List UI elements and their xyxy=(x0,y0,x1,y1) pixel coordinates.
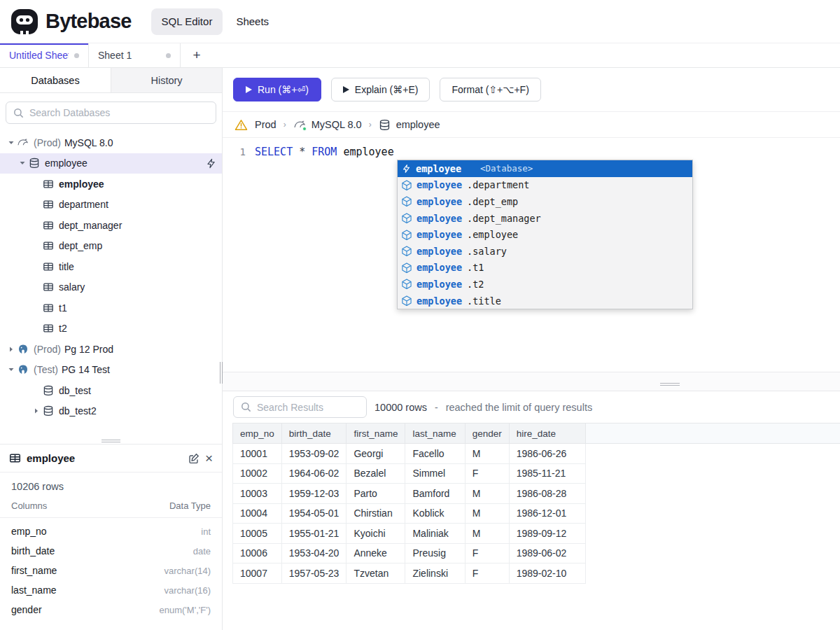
suggest-table-name: .department xyxy=(467,179,529,190)
sheet-tab-1[interactable]: Sheet 1 xyxy=(89,43,181,67)
results-column-header[interactable]: birth_date xyxy=(281,424,346,444)
suggest-db-name: employee xyxy=(416,213,462,224)
environment-prefix: (Prod) xyxy=(34,344,61,355)
results-search-box[interactable] xyxy=(233,396,367,418)
tree-item-employee[interactable]: employee xyxy=(0,174,222,195)
chevron-down-icon[interactable] xyxy=(16,160,28,167)
suggest-item-selected[interactable]: employee<Database> xyxy=(398,160,692,177)
breadcrumb-instance[interactable]: MySQL 8.0 xyxy=(293,119,362,130)
suggest-item-salary[interactable]: employee.salary xyxy=(398,243,692,260)
nav-sql-editor[interactable]: SQL Editor xyxy=(151,8,223,35)
suggest-item-department[interactable]: employee.department xyxy=(398,177,692,194)
tree-item-employee[interactable]: employee xyxy=(0,153,222,174)
tree-item-dept-emp[interactable]: dept_emp xyxy=(0,236,222,257)
database-search-input[interactable] xyxy=(29,107,209,118)
chevron-down-icon[interactable] xyxy=(5,139,17,146)
results-column-header[interactable]: last_name xyxy=(405,424,465,444)
schema-column-row: first_namevarchar(14) xyxy=(0,561,222,580)
tree-item-t2[interactable]: t2 xyxy=(0,318,222,340)
results-column-header[interactable]: hire_date xyxy=(509,424,586,444)
breadcrumb-database-label: employee xyxy=(396,119,440,130)
database-search-wrap xyxy=(0,93,222,132)
table-icon xyxy=(42,178,54,190)
tree-item-db-test2[interactable]: db_test2 xyxy=(0,401,222,422)
results-column-header[interactable]: gender xyxy=(465,424,509,444)
table-cell: Koblick xyxy=(405,503,465,524)
schema-column-list: emp_nointbirth_datedatefirst_namevarchar… xyxy=(0,518,222,620)
table-cell: Facello xyxy=(405,444,465,464)
content-area: Databases History (Prod)MySQL 8.0employe… xyxy=(0,68,840,630)
database-icon xyxy=(42,405,54,417)
tree-item-t1[interactable]: t1 xyxy=(0,298,222,318)
table-cell: 10001 xyxy=(233,444,282,464)
sidebar: Databases History (Prod)MySQL 8.0employe… xyxy=(0,68,223,630)
database-tree: (Prod)MySQL 8.0employeeemployeedepartmen… xyxy=(0,132,222,444)
suggest-item-t1[interactable]: employee.t1 xyxy=(398,260,692,276)
chevron-right-icon[interactable] xyxy=(5,346,17,353)
tree-item-department[interactable]: department xyxy=(0,195,222,216)
chevron-right-icon[interactable] xyxy=(30,407,42,414)
database-search-box[interactable] xyxy=(6,102,216,124)
tree-item-label: t1 xyxy=(59,302,67,314)
breadcrumb-environment[interactable]: Prod xyxy=(255,119,276,130)
tab-databases[interactable]: Databases xyxy=(0,68,111,92)
format-button[interactable]: Format (⇧+⌥+F) xyxy=(440,78,540,102)
suggest-item-title[interactable]: employee.title xyxy=(398,293,692,309)
warning-icon xyxy=(234,119,248,131)
code-line: 1 SELECT * FROM employee xyxy=(223,138,840,160)
explain-button[interactable]: Explain (⌘+E) xyxy=(331,78,430,102)
table-row: 100061953-04-20AnnekePreusigF1989-06-02 xyxy=(233,543,840,564)
schema-panel-header: employee × xyxy=(0,444,222,472)
mysql-icon xyxy=(17,136,29,148)
quick-action-lightning[interactable] xyxy=(206,158,216,169)
nav-sheets[interactable]: Sheets xyxy=(225,8,279,35)
edit-icon[interactable] xyxy=(188,453,200,464)
results-column-header[interactable]: first_name xyxy=(346,424,405,444)
sidebar-resize-handle[interactable] xyxy=(220,362,225,384)
tree-item-label: db_test2 xyxy=(59,405,97,416)
table-icon xyxy=(42,199,54,211)
sql-statement: SELECT * FROM employee xyxy=(255,145,394,160)
table-cell: 1989-09-12 xyxy=(509,524,586,544)
suggest-item-employee[interactable]: employee.employee xyxy=(398,226,692,243)
table-cell: F xyxy=(465,463,509,484)
table-cell: 1959-12-03 xyxy=(281,484,346,504)
tab-history[interactable]: History xyxy=(111,68,222,92)
tree-item-pg-12-prod[interactable]: (Prod)Pg 12 Prod xyxy=(0,339,222,360)
results-column-header[interactable]: emp_no xyxy=(233,424,282,444)
tree-item-dept-manager[interactable]: dept_manager xyxy=(0,215,222,236)
database-icon xyxy=(379,119,391,131)
tree-item-salary[interactable]: salary xyxy=(0,277,222,298)
table-cell-filler xyxy=(586,503,840,524)
panel-resize-handle[interactable] xyxy=(102,438,120,444)
status-dot xyxy=(302,127,307,131)
table-row: 100031959-12-03PartoBamfordM1986-08-28 xyxy=(233,484,840,504)
sql-editor[interactable]: 1 SELECT * FROM employee employee<Databa… xyxy=(223,138,840,372)
tree-item-pg-14-test[interactable]: (Test)PG 14 Test xyxy=(0,360,222,381)
results-search-input[interactable] xyxy=(257,402,359,413)
table-icon xyxy=(42,302,54,314)
columns-header-label: Columns xyxy=(11,500,47,511)
add-sheet-button[interactable]: + xyxy=(181,43,213,67)
tree-item-mysql-8-0[interactable]: (Prod)MySQL 8.0 xyxy=(0,132,222,153)
suggest-item-dept_emp[interactable]: employee.dept_emp xyxy=(398,193,692,210)
table-cell: 10003 xyxy=(233,484,282,504)
tree-item-title[interactable]: title xyxy=(0,256,222,277)
table-cell: M xyxy=(465,524,509,544)
column-name: gender xyxy=(11,604,42,615)
suggest-item-t2[interactable]: employee.t2 xyxy=(398,276,692,293)
breadcrumb-database[interactable]: employee xyxy=(379,119,440,131)
bytebase-logo-icon xyxy=(10,7,39,36)
close-icon[interactable]: × xyxy=(205,451,213,465)
tree-item-db-test[interactable]: db_test xyxy=(0,380,222,401)
results-resize-handle[interactable] xyxy=(660,382,680,387)
sheet-tab-untitled[interactable]: Untitled Sheet xyxy=(0,43,89,67)
chevron-down-icon[interactable] xyxy=(5,366,17,373)
play-icon xyxy=(343,86,349,93)
results-panel: 10000 rows - reached the limit of query … xyxy=(223,391,840,630)
search-icon xyxy=(13,108,24,118)
run-button[interactable]: Run (⌘+⏎) xyxy=(233,78,321,102)
suggest-item-dept_manager[interactable]: employee.dept_manager xyxy=(398,210,692,227)
table-cell-filler xyxy=(586,524,840,544)
table-cell: Bezalel xyxy=(346,463,405,484)
